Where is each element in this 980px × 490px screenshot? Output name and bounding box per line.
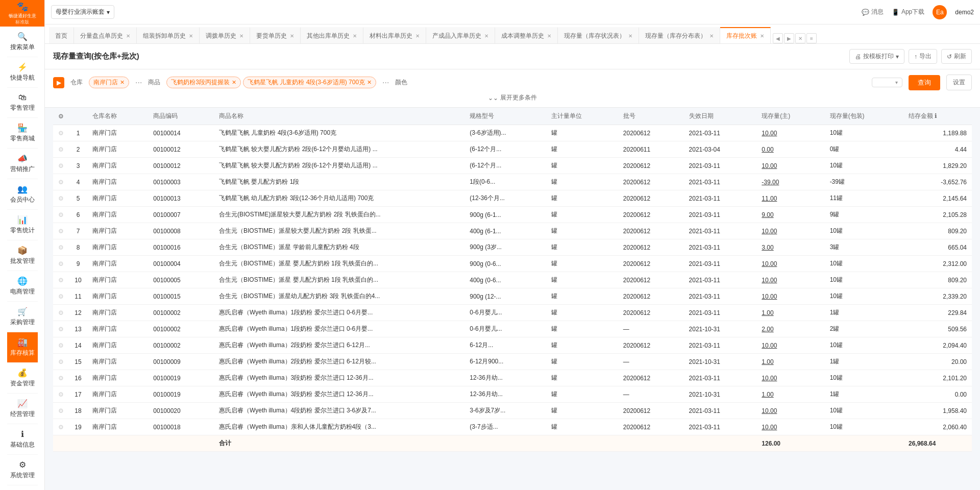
sidebar-item-快捷导航[interactable]: ⚡ 快捷导航 (7, 57, 38, 88)
td-gear: ⚙ (53, 158, 69, 174)
sidebar-item-电商管理[interactable]: 🌐 电商管理 (7, 271, 38, 302)
goods-filter-tag[interactable]: 飞鹤星飞帆 儿童奶粉 4段(3-6岁适用) 700克✕ (243, 77, 376, 88)
td-qty-main[interactable]: 10.00 (756, 223, 824, 239)
td-qty-main[interactable]: 10.00 (756, 370, 824, 386)
sidebar-item-label: 电商管理 (10, 287, 35, 296)
td-index: 4 (69, 174, 87, 190)
tab-next-arrow[interactable]: ▶ (784, 33, 794, 43)
goods-tag-close[interactable]: ✕ (232, 79, 236, 86)
table-row: ⚙ 2 南岸门店 00100012 飞鹤星飞帆 较大婴儿配方奶粉 2段(6-12… (53, 141, 972, 158)
td-code: 00100003 (148, 174, 214, 190)
export-button[interactable]: ↑ 导出 (909, 49, 937, 64)
refresh-button[interactable]: ↺ 刷新 (941, 49, 972, 64)
sidebar-item-系统管理[interactable]: ⚙ 系统管理 (7, 455, 38, 485)
tab-close-icon[interactable]: ✕ (628, 33, 632, 39)
goods-more[interactable]: ··· (382, 79, 389, 87)
td-gear: ⚙ (53, 272, 69, 288)
sidebar-item-搜索菜单[interactable]: 🔍 搜索菜单 (7, 27, 38, 57)
td-qty-main[interactable]: 10.00 (756, 272, 824, 288)
tab-close-icon[interactable]: ✕ (415, 33, 420, 39)
sidebar-item-会员中心[interactable]: 👥 会员中心 (7, 179, 38, 210)
tab-close-icon[interactable]: ✕ (239, 33, 243, 39)
tab-调拨单历[interactable]: 调拨单历史✕ (200, 27, 250, 43)
tab-close-icon[interactable]: ✕ (126, 33, 130, 39)
expand-more-conditions-button[interactable]: ⌄⌄ 展开更多条件 (488, 93, 537, 102)
sidebar-item-资金管理[interactable]: 💰 资金管理 (7, 363, 38, 394)
tab-现存量（[interactable]: 现存量（库存状况表）✕ (558, 27, 639, 43)
settings-button[interactable]: 设置 (946, 75, 972, 90)
td-batch: 20200612 (618, 403, 684, 419)
td-qty-main[interactable]: 1.00 (756, 386, 824, 403)
tab-close-icon[interactable]: ✕ (709, 33, 714, 39)
sidebar-item-零售商城[interactable]: 🏪 零售商城 (7, 118, 38, 149)
td-expire: 2021-03-11 (684, 158, 757, 174)
tab-prev-arrow[interactable]: ◀ (773, 33, 783, 43)
sidebar-item-基础信息[interactable]: ℹ 基础信息 (7, 424, 38, 455)
td-qty-main[interactable]: 0.00 (756, 141, 824, 158)
tab-close-icon[interactable]: ✕ (547, 33, 551, 39)
sidebar-item-采购管理[interactable]: 🛒 采购管理 (7, 302, 38, 332)
warehouse-more[interactable]: ··· (135, 79, 142, 87)
goods-tag-close[interactable]: ✕ (367, 79, 372, 86)
template-print-button[interactable]: 🖨 按模板打印 ▾ (849, 49, 904, 64)
color-dropdown[interactable]: ▾ (872, 78, 902, 87)
td-qty-main[interactable]: 10.00 (756, 403, 824, 419)
td-qty-main[interactable]: 10.00 (756, 288, 824, 305)
sidebar-item-企业协同[interactable]: 🤝 企业协同 (7, 485, 38, 490)
tab-其他出库[interactable]: 其他出库单历史✕ (301, 27, 363, 43)
sidebar-item-批发管理[interactable]: 📦 批发管理 (7, 240, 38, 271)
warehouse-tag-close[interactable]: ✕ (120, 79, 125, 86)
tab-成本调整[interactable]: 成本调整单历史✕ (495, 27, 558, 43)
tab-close-icon[interactable]: ✕ (353, 33, 357, 39)
message-action[interactable]: 💬 消息 (862, 8, 884, 16)
sidebar-item-零售统计[interactable]: 📊 零售统计 (7, 210, 38, 240)
search-button[interactable]: 查询 (909, 75, 940, 90)
tab-现存量（[interactable]: 现存量（库存分布表）✕ (639, 27, 720, 43)
tab-库存批次[interactable]: 库存批次账✕ (720, 27, 771, 43)
td-qty-main[interactable]: 9.00 (756, 207, 824, 223)
download-action[interactable]: 📱 App下载 (892, 8, 924, 16)
sidebar-item-经营管理[interactable]: 📈 经营管理 (7, 394, 38, 424)
tab-材料出库[interactable]: 材料出库单历史✕ (363, 27, 426, 43)
sidebar-item-label: 采购管理 (10, 318, 35, 327)
th-qty-pkg: 现存量(包装) (825, 108, 903, 125)
sidebar-item-零售管理[interactable]: 🛍 零售管理 (7, 88, 38, 118)
sidebar-item-营销推广[interactable]: 📣 营销推广 (7, 149, 38, 179)
td-qty-pkg: 3罐 (825, 239, 903, 256)
td-qty-main[interactable]: 3.00 (756, 239, 824, 256)
td-qty-main[interactable]: 11.00 (756, 190, 824, 207)
tab-menu[interactable]: ≡ (806, 33, 817, 43)
tab-close-icon[interactable]: ✕ (290, 33, 294, 39)
sidebar-item-库存核算[interactable]: 🏭 库存核算 (7, 332, 38, 363)
tabbar: 首页分量盘点单历史✕组装拆卸单历史✕调拨单历史✕要货单历史✕其他出库单历史✕材料… (45, 24, 980, 44)
goods-filter-tag[interactable]: 飞鹤奶粉3段丙提握装✕ (166, 77, 241, 88)
td-qty-main[interactable]: 10.00 (756, 256, 824, 272)
tab-label: 现存量（库存分布表） (645, 32, 706, 40)
tab-组装拆卸[interactable]: 组装拆卸单历史✕ (137, 27, 200, 43)
td-qty-main[interactable]: 10.00 (756, 337, 824, 354)
account-dropdown[interactable]: 母婴行业演示账套 ▾ (51, 5, 114, 19)
td-code: 00100015 (148, 288, 214, 305)
tab-close-icon[interactable]: ✕ (189, 33, 193, 39)
filter-expand-arrow[interactable]: ▶ (53, 77, 64, 88)
tab-close-icon[interactable]: ✕ (484, 33, 488, 39)
td-warehouse: 南岸门店 (87, 354, 148, 370)
td-qty-main[interactable]: 10.00 (756, 158, 824, 174)
tab-close-icon[interactable]: ✕ (760, 33, 764, 39)
tab-要货单历[interactable]: 要货单历史✕ (250, 27, 301, 43)
td-qty-main[interactable]: -39.00 (756, 174, 824, 190)
user-avatar[interactable]: Ea (933, 5, 947, 19)
td-qty-main[interactable]: 10.00 (756, 419, 824, 435)
settings-icon[interactable]: ⚙ (58, 113, 64, 120)
template-print-label: 按模板打印 (863, 52, 894, 61)
td-qty-main[interactable]: 10.00 (756, 125, 824, 141)
sidebar-icon: 🌐 (17, 276, 28, 286)
tab-产成品入[interactable]: 产成品入库单历史✕ (426, 27, 495, 43)
td-qty-main[interactable]: 1.00 (756, 305, 824, 321)
td-qty-main[interactable]: 2.00 (756, 321, 824, 337)
tab-分量盘点[interactable]: 分量盘点单历史✕ (74, 27, 137, 43)
td-qty-main[interactable]: 1.00 (756, 354, 824, 370)
tab-首页[interactable]: 首页 (49, 27, 74, 43)
warehouse-tag[interactable]: 南岸门店 ✕ (89, 77, 129, 88)
tab-close-all[interactable]: ✕ (795, 33, 805, 43)
